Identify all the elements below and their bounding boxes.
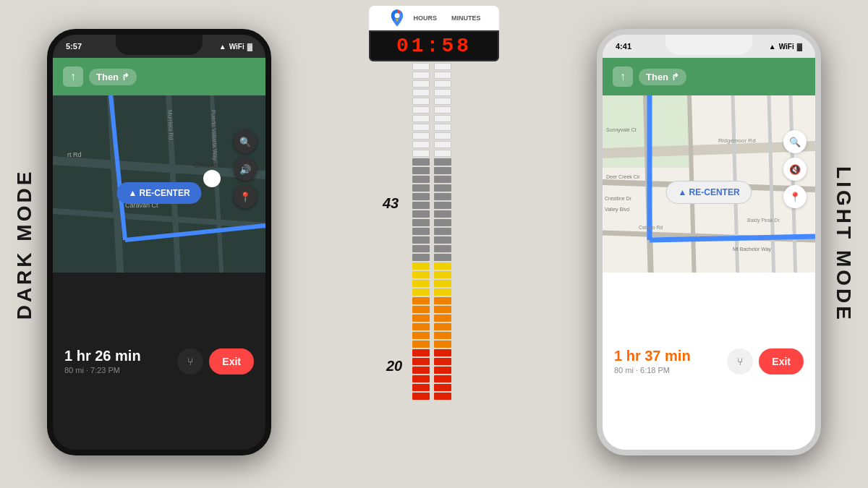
bottom-bar-light: 1 hr 37 min 80 mi · 6:18 PM ⑂ Exit xyxy=(603,273,815,450)
minutes-label: MINUTES xyxy=(451,14,481,22)
signal-icon-dark: ▲ xyxy=(219,43,226,51)
nav-bar-dark: ↑ Then ↱ xyxy=(53,58,265,95)
notch-light xyxy=(665,35,752,55)
bottom-bar-dark: 1 hr 26 min 80 mi · 7:23 PM ⑂ Exit xyxy=(53,273,265,450)
svg-text:Deer Creek Cir: Deer Creek Cir xyxy=(606,174,640,179)
nav-direction-dark: ↑ xyxy=(63,67,83,87)
svg-point-20 xyxy=(203,170,221,187)
signal-icon-light: ▲ xyxy=(769,43,776,51)
then-badge-dark[interactable]: Then ↱ xyxy=(89,69,137,85)
trip-details-light: 80 mi · 6:18 PM xyxy=(614,366,691,374)
search-btn-dark[interactable]: 🔍 xyxy=(234,130,257,153)
phone-light-content: 4:41 ▲ WiFi ▓ ↑ Then ↱ xyxy=(603,35,815,450)
svg-text:Ridgemoor Rd: Ridgemoor Rd xyxy=(718,137,756,144)
svg-text:rt Rd: rt Rd xyxy=(67,151,82,158)
timer-header: HOURS MINUTES xyxy=(369,6,499,30)
then-label-dark: Then xyxy=(96,72,119,82)
recenter-btn-dark[interactable]: ▲ RE-CENTER xyxy=(116,182,201,204)
map-light: Ridgemoor Rd Murrieta Rd Catano Rd Lazy … xyxy=(603,95,815,273)
svg-text:Baldy Peak Dr: Baldy Peak Dr xyxy=(747,218,780,223)
status-time-light: 4:41 xyxy=(616,42,631,51)
exit-btn-light[interactable]: Exit xyxy=(759,348,804,374)
battery-icon-light: ▓ xyxy=(797,43,802,51)
volume-btn-dark[interactable]: 🔊 xyxy=(234,158,257,181)
volume-btn-light[interactable]: 🔇 xyxy=(783,158,807,181)
battery-column-right xyxy=(434,54,451,430)
wifi-icon-dark: WiFi xyxy=(229,43,244,51)
svg-text:Chevron: Chevron xyxy=(194,161,221,169)
center-widget: HOURS MINUTES 01:58 xyxy=(369,6,499,61)
nav-direction-light: ↑ xyxy=(613,67,633,87)
phone-dark-content: 5:57 ▲ WiFi ▓ ↑ Then ↱ xyxy=(53,35,265,450)
status-icons-light: ▲ WiFi ▓ xyxy=(769,43,802,51)
then-label-light: Then xyxy=(646,72,668,82)
trip-time-light: 1 hr 37 min xyxy=(614,348,691,364)
trip-info-light: 1 hr 37 min 80 mi · 6:18 PM xyxy=(614,348,691,374)
recenter-btn-light[interactable]: ▲ RE-CENTER xyxy=(665,181,752,204)
phone-light: 4:41 ▲ WiFi ▓ ↑ Then ↱ xyxy=(597,29,821,455)
timer-label-group: HOURS MINUTES xyxy=(413,14,480,22)
exit-btn-dark[interactable]: Exit xyxy=(209,348,254,374)
maps-icon xyxy=(387,8,407,28)
battery-level-43: 43 xyxy=(383,195,399,212)
bottom-icons-light: ⑂ Exit xyxy=(727,348,804,374)
fork-icon-dark[interactable]: ⑂ xyxy=(177,348,203,374)
fork-icon-light[interactable]: ⑂ xyxy=(727,348,753,374)
battery-level-20: 20 xyxy=(386,358,402,374)
battery-icon-dark: ▓ xyxy=(247,43,252,51)
svg-text:Murrieta Rd: Murrieta Rd xyxy=(166,110,174,140)
hours-label: HOURS xyxy=(413,14,437,22)
location-btn-light[interactable]: 📍 xyxy=(783,185,807,208)
nav-icons-light: 🔍 🔇 📍 xyxy=(783,130,807,208)
timer-display: 01:58 xyxy=(369,30,499,61)
svg-text:Sunnyvale Ct: Sunnyvale Ct xyxy=(606,127,637,133)
notch-dark xyxy=(116,35,203,55)
svg-line-36 xyxy=(650,236,815,240)
location-btn-dark[interactable]: 📍 xyxy=(234,185,257,208)
svg-text:Crestline Dr: Crestline Dr xyxy=(605,196,632,201)
then-arrow-dark: ↱ xyxy=(122,72,129,82)
battery-column-left xyxy=(412,54,430,430)
trip-info-dark: 1 hr 26 min 80 mi · 7:23 PM xyxy=(64,348,141,374)
svg-point-22 xyxy=(395,13,400,18)
phone-dark: 5:57 ▲ WiFi ▓ ↑ Then ↱ xyxy=(47,29,271,455)
nav-icons-dark: 🔍 🔊 📍 xyxy=(234,130,257,208)
wifi-icon-light: WiFi xyxy=(779,43,794,51)
light-mode-label: LIGHT MODE xyxy=(832,166,855,322)
trip-time-dark: 1 hr 26 min xyxy=(64,348,141,364)
bottom-icons-dark: ⑂ Exit xyxy=(177,348,254,374)
status-icons-dark: ▲ WiFi ▓ xyxy=(219,43,252,51)
then-arrow-light: ↱ xyxy=(671,72,679,82)
nav-bar-light: ↑ Then ↱ xyxy=(603,58,815,95)
svg-text:Catano Rd: Catano Rd xyxy=(639,225,663,230)
search-btn-light[interactable]: 🔍 xyxy=(783,130,807,153)
status-time-dark: 5:57 xyxy=(66,42,82,51)
then-badge-light[interactable]: Then ↱ xyxy=(639,69,686,85)
battery-meter: 43 20 xyxy=(412,54,456,430)
map-dark: rt Rd Caravan Ct Murrieta Rd Puerto Vall… xyxy=(53,95,265,273)
svg-text:Valley Blvd: Valley Blvd xyxy=(605,207,629,213)
dark-mode-label: DARK MODE xyxy=(13,168,36,320)
timer-labels: HOURS MINUTES xyxy=(413,14,480,22)
svg-text:Mt Bachelor Way: Mt Bachelor Way xyxy=(733,247,772,252)
trip-details-dark: 80 mi · 7:23 PM xyxy=(64,366,141,374)
